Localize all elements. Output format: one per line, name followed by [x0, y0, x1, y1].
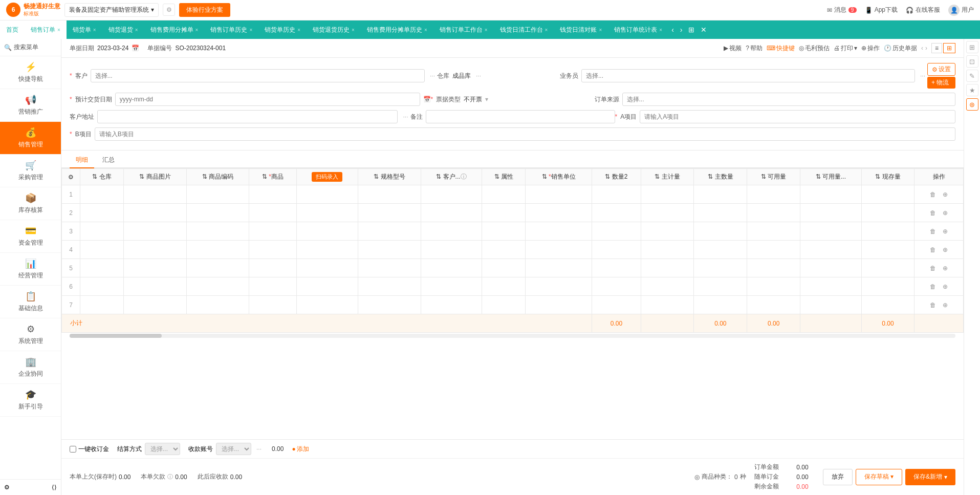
row-3-customer-field[interactable] [421, 222, 482, 241]
sidebar-item-inventory[interactable]: 📦 库存核算 [0, 187, 61, 220]
warehouse-more-icon[interactable]: ··· [474, 72, 483, 79]
row-3-sales-unit[interactable] [526, 222, 592, 241]
row-5-customer-field[interactable] [421, 259, 482, 277]
receipt-no-select[interactable]: 选择... [216, 443, 251, 455]
close-icon[interactable]: × [135, 27, 138, 33]
delivery-calendar-icon[interactable]: 📅 [423, 96, 431, 103]
row-6-copy-icon[interactable]: ⊕ [940, 282, 950, 292]
row-5-warehouse[interactable] [80, 259, 124, 277]
row-2-main-qty[interactable] [694, 204, 747, 222]
save-new-btn[interactable]: 保存&新增 ▾ [905, 469, 955, 485]
row-5-spec[interactable] [358, 259, 421, 277]
row-7-attributes[interactable] [482, 296, 526, 314]
system-name-selector[interactable]: 装备及固定资产辅助管理系统 ▾ [64, 3, 159, 17]
row-7-main-qty[interactable] [694, 296, 747, 314]
view-video-btn[interactable]: ▶ 视频 [724, 44, 742, 53]
salesperson-more-icon[interactable]: ··· [918, 72, 927, 79]
row-7-qty2[interactable] [592, 296, 641, 314]
row-6-qty2[interactable] [592, 277, 641, 296]
right-panel-btn-4[interactable]: ★ [966, 84, 978, 96]
row-7-sales-unit[interactable] [526, 296, 592, 314]
date-value[interactable]: 2023-03-24 [97, 45, 128, 52]
row-4-product[interactable] [249, 241, 296, 259]
row-2-spec[interactable] [358, 204, 421, 222]
row-6-sales-unit[interactable] [526, 277, 592, 296]
a-project-input[interactable] [640, 110, 955, 123]
scan-btn[interactable]: 扫码录入 [312, 172, 342, 182]
close-icon[interactable]: × [485, 27, 488, 33]
row-7-current-stock[interactable] [861, 296, 914, 314]
row-1-spec[interactable] [358, 185, 421, 204]
col-settings[interactable]: ⚙ [62, 169, 80, 185]
operations-btn[interactable]: ⊕ 操作 [861, 44, 880, 53]
row-3-copy-icon[interactable]: ⊕ [940, 226, 950, 236]
row-6-code[interactable] [186, 277, 249, 296]
tabs-next-arrow[interactable]: › [677, 26, 686, 34]
row-4-available2[interactable] [800, 241, 862, 259]
row-6-main-qty[interactable] [694, 277, 747, 296]
row-3-scan[interactable] [296, 222, 358, 241]
row-3-attributes[interactable] [482, 222, 526, 241]
row-2-available2[interactable] [800, 204, 862, 222]
row-4-scan[interactable] [296, 241, 358, 259]
settings-bottom-icon[interactable]: ⚙ [4, 484, 10, 491]
row-2-image[interactable] [124, 204, 187, 222]
row-6-scan[interactable] [296, 277, 358, 296]
user-btn[interactable]: 👤 用户 [948, 5, 974, 16]
row-3-available[interactable] [747, 222, 800, 241]
row-5-image[interactable] [124, 259, 187, 277]
close-icon[interactable]: × [195, 27, 199, 33]
row-7-spec[interactable] [358, 296, 421, 314]
row-2-customer-field[interactable] [421, 204, 482, 222]
tab-reconcile[interactable]: 钱货日清对账 × [554, 20, 608, 39]
row-6-available[interactable] [747, 277, 800, 296]
row-7-product[interactable] [249, 296, 296, 314]
row-1-delete-icon[interactable]: 🗑 [928, 189, 938, 200]
tab-sales-order[interactable]: 销售订单 × [25, 20, 67, 39]
form-view-icon[interactable]: ⊞ [943, 43, 955, 53]
row-6-available2[interactable] [800, 277, 862, 296]
tabs-menu-icon[interactable]: ⊞ [685, 26, 698, 34]
tab-order-history[interactable]: 销售订单历史 × [204, 20, 258, 39]
sidebar-item-ops[interactable]: 📊 经营管理 [0, 253, 61, 286]
address-more-icon[interactable]: ··· [401, 113, 410, 120]
tab-cash-workbench[interactable]: 钱货日清工作台 × [494, 20, 554, 39]
row-1-attributes[interactable] [482, 185, 526, 204]
row-6-warehouse[interactable] [80, 277, 124, 296]
row-7-delete-icon[interactable]: 🗑 [928, 300, 938, 310]
tab-order-workbench[interactable]: 销售订单工作台 × [433, 20, 494, 39]
sidebar-item-basic-info[interactable]: 📋 基础信息 [0, 286, 61, 318]
row-1-customer-field[interactable] [421, 185, 482, 204]
draft-btn[interactable]: 保存草稿 ▾ [856, 469, 902, 485]
row-1-qty2[interactable] [592, 185, 641, 204]
salesperson-input[interactable] [581, 69, 915, 82]
close-icon[interactable]: × [57, 27, 60, 33]
row-1-main-uom[interactable] [641, 185, 694, 204]
remark-input[interactable] [426, 110, 615, 123]
tab-detail[interactable]: 明细 [70, 153, 94, 168]
row-1-available2[interactable] [800, 185, 862, 204]
row-4-sales-unit[interactable] [526, 241, 592, 259]
next-record-icon[interactable]: › [925, 45, 927, 52]
row-1-sales-unit[interactable] [526, 185, 592, 204]
close-icon[interactable]: × [297, 27, 300, 33]
right-panel-btn-2[interactable]: ⊡ [966, 55, 978, 68]
add-material-button[interactable]: + 物流 [927, 77, 955, 89]
row-2-warehouse[interactable] [80, 204, 124, 222]
help-btn[interactable]: ? 帮助 [746, 44, 763, 53]
tab-return-history[interactable]: 销货退货历史 × [307, 20, 361, 39]
row-4-image[interactable] [124, 241, 187, 259]
row-1-code[interactable] [186, 185, 249, 204]
tab-home[interactable]: 首页 [0, 20, 25, 39]
message-btn[interactable]: ✉ 消息 9 [827, 6, 857, 14]
row-2-qty2[interactable] [592, 204, 641, 222]
industry-btn[interactable]: 体验行业方案 [179, 3, 230, 17]
row-6-current-stock[interactable] [861, 277, 914, 296]
row-1-available[interactable] [747, 185, 800, 204]
add-payment-btn[interactable]: ● 添加 [292, 445, 309, 454]
payment-method-select[interactable]: 选择... [145, 443, 180, 455]
close-icon[interactable]: × [93, 27, 96, 33]
sidebar-item-marketing[interactable]: 📢 营销推广 [0, 89, 61, 122]
row-5-attributes[interactable] [482, 259, 526, 277]
tabs-prev-arrow[interactable]: ‹ [668, 26, 677, 34]
